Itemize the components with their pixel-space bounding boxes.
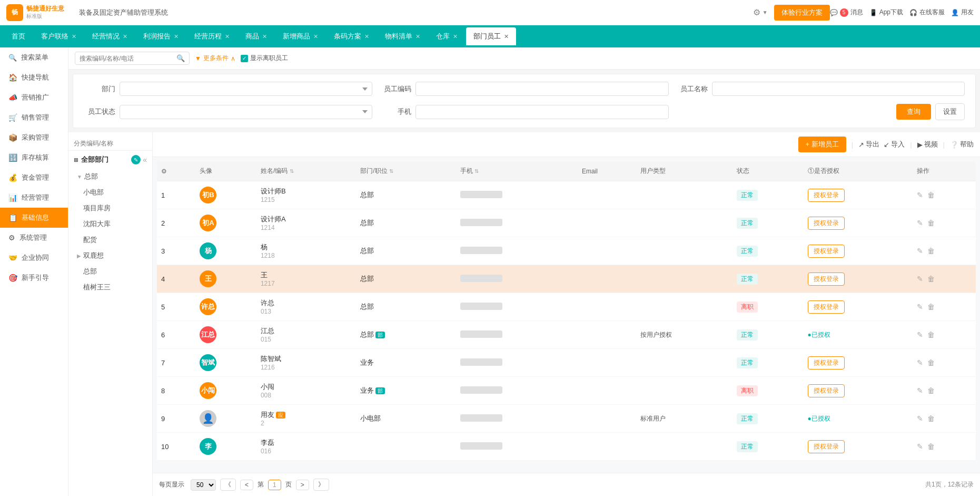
- tab-bom[interactable]: 物料清单 ✕: [378, 27, 428, 45]
- dept-sub-node-peihuo[interactable]: 配货: [68, 232, 152, 248]
- auth-button[interactable]: 授权登录: [808, 384, 845, 397]
- dept-search-input[interactable]: [74, 140, 153, 147]
- emp-code-input[interactable]: [415, 82, 668, 96]
- phone-input[interactable]: [415, 105, 668, 119]
- delete-icon[interactable]: 🗑: [927, 358, 935, 367]
- edit-icon[interactable]: ✎: [917, 275, 923, 283]
- sidebar-item-business-mgmt[interactable]: 📊 经营管理: [0, 188, 68, 208]
- edit-icon[interactable]: ✎: [917, 191, 923, 199]
- tab-customer[interactable]: 客户联络 ✕: [34, 27, 84, 45]
- close-icon[interactable]: ✕: [123, 33, 127, 40]
- emp-name-input[interactable]: [712, 82, 965, 96]
- edit-icon[interactable]: ✎: [917, 330, 923, 339]
- edit-icon[interactable]: ✎: [917, 414, 923, 423]
- dept-sub-node-project[interactable]: 项目库房: [68, 200, 152, 216]
- next-page-button[interactable]: >: [296, 480, 309, 490]
- auth-button[interactable]: 授权登录: [808, 273, 845, 286]
- auth-button[interactable]: 授权登录: [808, 356, 845, 369]
- sidebar-item-system[interactable]: ⚙ 系统管理: [0, 228, 68, 248]
- delete-icon[interactable]: 🗑: [927, 414, 935, 423]
- close-icon[interactable]: ✕: [453, 33, 458, 40]
- tab-home[interactable]: 首页: [4, 27, 33, 45]
- sidebar-item-finance[interactable]: 💰 资金管理: [0, 168, 68, 188]
- close-icon[interactable]: ✕: [504, 33, 509, 40]
- first-page-button[interactable]: 《: [220, 479, 236, 491]
- all-dept-label[interactable]: ⊞ 全部部门: [74, 155, 108, 164]
- show-resigned-toggle[interactable]: ✓ 显示离职员工: [241, 54, 288, 63]
- settings-icon[interactable]: ⚙: [753, 7, 760, 17]
- sidebar-item-quicknav[interactable]: 🏠 快捷导航: [0, 67, 68, 87]
- tab-department[interactable]: 部门员工 ✕: [466, 27, 516, 45]
- close-icon[interactable]: ✕: [313, 33, 318, 40]
- sidebar-item-collab[interactable]: 🤝 企业协同: [0, 248, 68, 268]
- page-size-select[interactable]: 50: [191, 479, 216, 491]
- delete-icon[interactable]: 🗑: [927, 386, 935, 395]
- col-dept[interactable]: 部门/职位 ⇅: [356, 161, 456, 181]
- last-page-button[interactable]: 》: [313, 479, 329, 491]
- auth-button[interactable]: 授权登录: [808, 245, 845, 258]
- video-button[interactable]: ▶ 视频: [917, 140, 938, 149]
- close-icon[interactable]: ✕: [225, 33, 230, 40]
- export-button[interactable]: ↗ 导出: [858, 140, 879, 149]
- close-icon[interactable]: ✕: [174, 33, 179, 40]
- delete-icon[interactable]: 🗑: [927, 442, 935, 451]
- online-service-button[interactable]: 🎧 在线客服: [909, 8, 945, 17]
- edit-icon[interactable]: ✎: [917, 303, 923, 311]
- message-button[interactable]: 💬 5 消息: [830, 8, 863, 17]
- col-settings[interactable]: ⚙: [157, 161, 195, 181]
- filter-settings-button[interactable]: 设置: [935, 103, 965, 120]
- dept-sub-node-zhushu[interactable]: 植树王三: [68, 279, 152, 295]
- tab-new-goods[interactable]: 新增商品 ✕: [275, 27, 325, 45]
- col-name[interactable]: 姓名/编码 ⇅: [256, 161, 356, 181]
- dept-collapse-icon[interactable]: «: [143, 155, 147, 164]
- sidebar-item-sales[interactable]: 🛒 销售管理: [0, 108, 68, 128]
- prev-page-button[interactable]: <: [240, 480, 253, 490]
- close-icon[interactable]: ✕: [72, 33, 76, 40]
- add-employee-button[interactable]: + 新增员工: [798, 137, 846, 152]
- sidebar-item-guide[interactable]: 🎯 新手引导: [0, 268, 68, 288]
- query-button[interactable]: 查询: [896, 104, 931, 120]
- dept-sub-node-shenyang[interactable]: 沈阳大库: [68, 216, 152, 232]
- dept-sub-node-xiaodibu[interactable]: 小电部: [68, 184, 152, 200]
- system-dropdown-arrow[interactable]: ▼: [763, 9, 768, 15]
- close-icon[interactable]: ✕: [364, 33, 369, 40]
- sidebar-item-inventory[interactable]: 🔢 库存核算: [0, 148, 68, 168]
- tab-profit[interactable]: 利润报告 ✕: [136, 27, 186, 45]
- delete-icon[interactable]: 🗑: [927, 219, 935, 227]
- edit-icon[interactable]: ✎: [917, 247, 923, 255]
- auth-button[interactable]: 授权登录: [808, 217, 845, 230]
- col-phone[interactable]: 手机 ⇅: [456, 161, 578, 181]
- dept-node-shuanglu[interactable]: ▶ 双鹿想: [68, 248, 152, 264]
- more-conditions-button[interactable]: ▼ 更多条件 ∧: [195, 54, 235, 63]
- help-button[interactable]: ❔ 帮助: [950, 140, 974, 149]
- tab-history[interactable]: 经营历程 ✕: [187, 27, 237, 45]
- sidebar-item-basic-info[interactable]: 📋 基础信息: [0, 208, 68, 228]
- sidebar-item-purchase[interactable]: 📦 采购管理: [0, 128, 68, 148]
- import-button[interactable]: ↙ 导入: [884, 140, 905, 149]
- close-icon[interactable]: ✕: [415, 33, 420, 40]
- close-icon[interactable]: ✕: [262, 33, 267, 40]
- delete-icon[interactable]: 🗑: [927, 247, 935, 255]
- edit-icon[interactable]: ✎: [917, 219, 923, 227]
- edit-icon[interactable]: ✎: [917, 386, 923, 395]
- delete-icon[interactable]: 🗑: [927, 275, 935, 283]
- user-button[interactable]: 👤 用友: [951, 8, 974, 17]
- dept-select[interactable]: [120, 82, 372, 96]
- sidebar-item-marketing[interactable]: 📣 营销推广: [0, 87, 68, 108]
- tab-barcode[interactable]: 条码方案 ✕: [326, 27, 377, 45]
- delete-icon[interactable]: 🗑: [927, 303, 935, 311]
- tab-warehouse[interactable]: 仓库 ✕: [429, 27, 465, 45]
- search-input[interactable]: [80, 55, 174, 62]
- auth-button[interactable]: 授权登录: [808, 440, 845, 453]
- auth-button[interactable]: 授权登录: [808, 189, 845, 202]
- sidebar-search[interactable]: 🔍 搜索菜单: [0, 47, 68, 67]
- delete-icon[interactable]: 🗑: [927, 330, 935, 339]
- dept-edit-icon[interactable]: ✎: [131, 155, 141, 164]
- edit-icon[interactable]: ✎: [917, 358, 923, 367]
- dept-sub-node-zongbu2[interactable]: 总部: [68, 264, 152, 279]
- dept-node-zongbu[interactable]: ▼ 总部: [68, 169, 152, 184]
- auth-button[interactable]: 授权登录: [808, 300, 845, 314]
- emp-status-select[interactable]: [120, 105, 372, 119]
- app-download-button[interactable]: 📱 App下载: [869, 8, 903, 17]
- delete-icon[interactable]: 🗑: [927, 191, 935, 199]
